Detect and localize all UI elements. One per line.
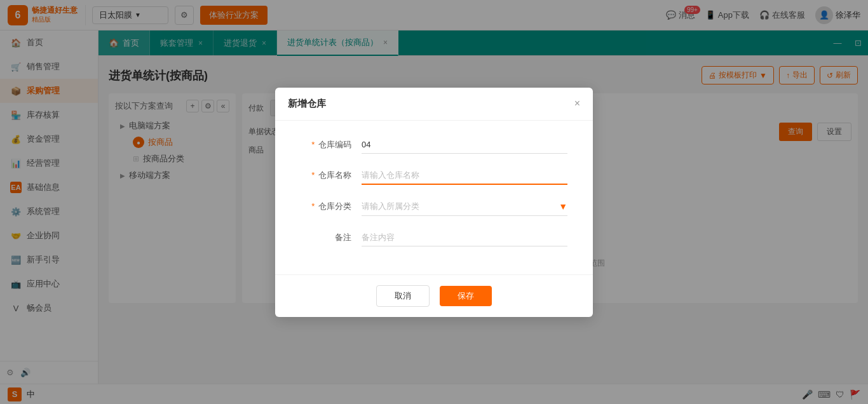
modal-overlay[interactable]: 新增仓库 × * 仓库编码 * 仓库名称 <box>0 0 868 404</box>
required-star-category: * <box>311 201 315 211</box>
note-label: 备注 <box>301 232 351 243</box>
code-label: * 仓库编码 <box>301 139 351 151</box>
category-select-row: ▼ <box>362 198 567 216</box>
category-input[interactable] <box>362 201 559 211</box>
category-dropdown-icon[interactable]: ▼ <box>559 201 567 212</box>
modal-header: 新增仓库 × <box>275 88 593 121</box>
form-row-note: 备注 <box>301 229 567 246</box>
form-row-name: * 仓库名称 <box>301 166 567 185</box>
required-star-name: * <box>311 170 315 180</box>
required-star-code: * <box>311 140 315 149</box>
modal-title: 新增仓库 <box>288 98 326 110</box>
modal-close-button[interactable]: × <box>574 98 580 109</box>
new-warehouse-modal: 新增仓库 × * 仓库编码 * 仓库名称 <box>275 88 593 317</box>
save-button[interactable]: 保存 <box>440 286 492 306</box>
modal-footer: 取消 保存 <box>275 274 593 317</box>
modal-body: * 仓库编码 * 仓库名称 * 仓库分类 <box>275 121 593 274</box>
name-input[interactable] <box>362 166 567 185</box>
form-row-category: * 仓库分类 ▼ <box>301 198 567 216</box>
code-input[interactable] <box>362 136 567 154</box>
note-input[interactable] <box>362 229 567 246</box>
form-row-code: * 仓库编码 <box>301 136 567 154</box>
category-label: * 仓库分类 <box>301 201 351 212</box>
name-label: * 仓库名称 <box>301 170 351 181</box>
cancel-button[interactable]: 取消 <box>376 285 430 307</box>
